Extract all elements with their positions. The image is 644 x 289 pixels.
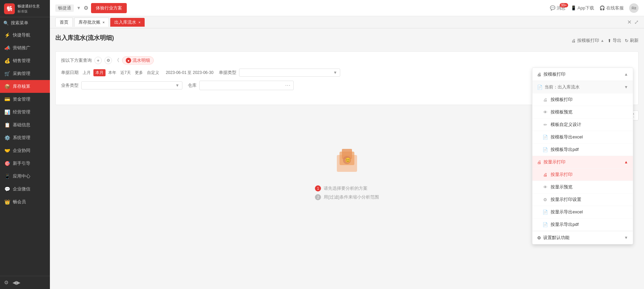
tab-bar-actions: ✕ ⤢	[627, 19, 639, 25]
tab-inventory-batch-close[interactable]: ×	[103, 20, 105, 24]
sidebar-item-basic[interactable]: 📋 基础信息	[0, 119, 50, 131]
sidebar-nav: ⚡ 快捷导航 📣 营销推广 💰 销售管理 🛒 采购管理 📦 库存核算 💳 资金管…	[0, 29, 50, 276]
refresh-icon: ↻	[625, 38, 628, 43]
footer-arrow-icon: ▼	[624, 235, 628, 240]
date-shortcut-custom[interactable]: 自定义	[146, 69, 160, 76]
tab-close-all-button[interactable]: ✕	[627, 19, 632, 25]
app-center-icon: 📱	[4, 173, 10, 179]
sidebar-item-quick-nav[interactable]: ⚡ 快捷导航	[0, 29, 50, 42]
sidebar-item-app-center[interactable]: 📱 应用中心	[0, 170, 50, 183]
main-content: 畅捷通 ▼ ⚙ 体验行业方案 💬 消息 99+ 📱 App下载 🎧 在线客服 R…	[50, 0, 644, 289]
tab-inout-flow-close[interactable]: ×	[138, 20, 140, 24]
date-shortcut-this-month[interactable]: 本月	[93, 69, 106, 76]
sidebar-collapse-icon[interactable]: ◀▶	[12, 280, 21, 286]
dropdown-item-display-print[interactable]: 🖨 按显示打印	[532, 168, 633, 181]
dropdown-item-display-pdf[interactable]: 📄 按显示导出pdf	[532, 218, 633, 231]
footer-settings-icon: ⚙	[537, 235, 541, 240]
notifications-button[interactable]: 💬 消息 99+	[550, 5, 565, 11]
filter-add-button[interactable]: +	[94, 57, 102, 64]
sidebar-item-marketing[interactable]: 📣 营销推广	[0, 42, 50, 54]
page-title: 出入库流水(流水明细)	[55, 34, 114, 42]
doc-type-select[interactable]: ▼	[239, 69, 340, 77]
sidebar-item-member[interactable]: 👑 畅会员	[0, 195, 50, 208]
purchase-icon: 🛒	[4, 71, 10, 77]
sidebar-search[interactable]: 🔍 搜索菜单	[0, 17, 50, 29]
sidebar-logo: 畅 畅捷通好生意 标准版	[0, 0, 50, 17]
dropdown-item-display-excel[interactable]: 📄 按显示导出excel	[532, 206, 633, 218]
date-shortcut-this-year[interactable]: 本年	[107, 69, 118, 76]
display-preview-item-icon: 👁	[543, 184, 548, 190]
step1-num: 1	[315, 185, 321, 191]
sidebar-item-system[interactable]: ⚙️ 系统管理	[0, 131, 50, 144]
sidebar-item-finance[interactable]: 💳 资金管理	[0, 93, 50, 106]
export-button[interactable]: ⬆ 导出	[608, 37, 621, 44]
date-shortcut-7days[interactable]: 近7天	[119, 69, 132, 76]
dropdown-display-section-header[interactable]: 🖨 按显示打印 ▲	[532, 156, 633, 168]
print-icon: 🖨	[572, 38, 576, 43]
dropdown-print-icon: 🖨	[537, 72, 541, 77]
app-download-button[interactable]: 📱 App下载	[571, 5, 594, 11]
dropdown-item-template-excel[interactable]: 📄 按模板导出excel	[532, 131, 633, 143]
search-icon: 🔍	[3, 21, 9, 26]
display-print-settings-item-icon: ⚙	[543, 197, 548, 202]
dropdown-item-display-print-settings[interactable]: ⚙ 按显示打印设置	[532, 193, 633, 206]
dropdown-title: 🖨 按模板打印	[537, 71, 565, 77]
dropdown-header: 🖨 按模板打印 ▲	[532, 68, 633, 81]
doc-type-label: 单据类型	[219, 70, 236, 76]
sidebar-item-inventory[interactable]: 📦 库存核算	[0, 80, 50, 93]
sidebar-item-guide[interactable]: 🎯 新手引导	[0, 157, 50, 170]
sidebar-item-wechat[interactable]: 💬 企业微信	[0, 183, 50, 195]
sidebar-item-purchase[interactable]: 🛒 采购管理	[0, 67, 50, 80]
filter-settings-icon: ⚙	[107, 58, 110, 63]
date-range-display: 2023-06-01 至 2023-06-30	[166, 70, 213, 76]
header-right: 💬 消息 99+ 📱 App下载 🎧 在线客服 Rit	[550, 3, 639, 13]
dropdown-chevron-up-icon[interactable]: ▲	[624, 72, 628, 77]
date-field-label: 单据日期	[61, 70, 79, 76]
header-username: 畅捷通	[55, 4, 74, 12]
dropdown-item-template-pdf[interactable]: 📄 按模板导出pdf	[532, 143, 633, 156]
display-section-chevron-up: ▲	[624, 160, 628, 164]
header-settings-icon[interactable]: ⚙	[84, 5, 88, 11]
sidebar-item-sales[interactable]: 💰 销售管理	[0, 54, 50, 67]
dropdown-current-section: 📄 当前：出入库流水 ▼	[532, 81, 633, 94]
template-print-button[interactable]: 🖨 按模板打印 ▲	[572, 37, 604, 44]
date-shortcuts: 上月 本月 本年 近7天 更多 自定义	[81, 69, 160, 76]
trial-button[interactable]: 体验行业方案	[91, 3, 127, 13]
customer-service-button[interactable]: 🎧 在线客服	[599, 5, 624, 11]
filter-date-field: 单据日期 上月 本月 本年 近7天 更多 自定义 2023-06-01 至 20…	[61, 69, 213, 76]
warehouse-label: 仓库	[188, 82, 197, 88]
dropdown-item-template-custom[interactable]: ✏ 模板自定义设计	[532, 119, 633, 131]
date-shortcut-last-month[interactable]: 上月	[81, 69, 92, 76]
tab-home[interactable]: 首页	[55, 18, 73, 27]
tab-inout-flow[interactable]: 出入库流水 ×	[110, 18, 144, 27]
page-toolbar: 🖨 按模板打印 ▲ ⬆ 导出 ↻ 刷新	[572, 37, 639, 44]
tab-expand-button[interactable]: ⤢	[634, 19, 639, 25]
system-icon: ⚙️	[4, 135, 10, 141]
dropdown-item-template-preview[interactable]: 👁 按模板预览	[532, 106, 633, 119]
service-icon: 🎧	[599, 5, 605, 10]
header-dropdown-icon[interactable]: ▼	[77, 5, 81, 10]
step2-num: 2	[315, 194, 321, 200]
date-shortcut-more[interactable]: 更多	[134, 69, 144, 76]
print-dropdown-panel: 🖨 按模板打印 ▲ 📄 当前：出入库流水 ▼ 🖨 按模板打印	[532, 68, 633, 244]
dropdown-item-template-print[interactable]: 🖨 按模板打印	[532, 94, 633, 106]
sidebar-settings-icon[interactable]: ⚙	[4, 280, 8, 286]
dropdown-item-display-preview[interactable]: 👁 按显示预览	[532, 181, 633, 193]
basic-icon: 📋	[4, 122, 10, 128]
filter-settings-button[interactable]: ⚙	[105, 57, 112, 64]
download-icon: 📱	[571, 5, 576, 10]
warehouse-select[interactable]: ···	[199, 81, 294, 90]
print-dropdown-chevron: ▲	[601, 38, 604, 43]
refresh-button[interactable]: ↻ 刷新	[625, 37, 639, 44]
sidebar-item-operation[interactable]: 📊 经营管理	[0, 106, 50, 119]
sidebar-item-cooperation[interactable]: 🤝 企业协同	[0, 144, 50, 157]
user-avatar[interactable]: Rit	[629, 3, 639, 13]
dropdown-footer-set-default[interactable]: ⚙ 设置默认功能 ▼	[532, 231, 633, 244]
page-header-row: 出入库流水(流水明细) 🖨 按模板打印 ▲ ⬆ 导出 ↻ 刷新	[55, 34, 639, 47]
biz-type-select[interactable]: ▼	[81, 81, 182, 89]
filter-tag: ● 流水明细	[122, 56, 154, 64]
tab-inventory-batch[interactable]: 库存批次账 ×	[74, 18, 109, 27]
export-icon: ⬆	[608, 38, 611, 43]
filter-collapse-button[interactable]: 《	[115, 57, 119, 63]
empty-steps: 1 请先选择要分析的方案 2 用[过滤]条件来缩小分析范围	[315, 185, 379, 203]
